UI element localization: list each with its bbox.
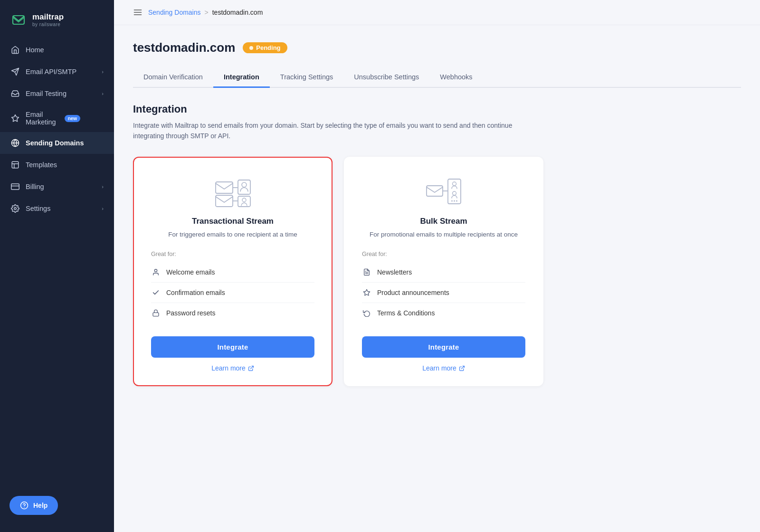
svg-rect-24 [238,196,250,207]
svg-line-40 [461,366,464,369]
feature-newsletters: Newsletters [362,262,525,282]
globe-icon [10,138,20,148]
sidebar-item-label: Settings [26,205,50,212]
page-title: testdomadin.com [133,40,235,55]
svg-rect-29 [427,186,443,196]
sidebar-item-email-testing[interactable]: Email Testing › [0,83,114,104]
bulk-features: Newsletters Product announcements Terms … [362,262,525,323]
tab-integration[interactable]: Integration [213,68,270,88]
svg-rect-19 [216,195,233,207]
feature-label: Terms & Conditions [377,309,435,317]
svg-point-26 [154,269,157,272]
transactional-desc: For triggered emails to one recipient at… [168,230,297,239]
sidebar: mailtrap by railsware Home Email API/SMT… [0,0,114,532]
sidebar-logo: mailtrap by railsware [0,0,114,39]
external-link-icon [459,365,465,371]
sidebar-item-billing[interactable]: Billing › [0,176,114,198]
svg-rect-27 [153,313,159,316]
bulk-title: Bulk Stream [420,217,467,226]
main-content: Sending Domains > testdomadin.com testdo… [114,0,760,532]
mailtrap-logo-icon [10,10,28,28]
breadcrumb-separator: > [205,9,209,16]
breadcrumb-current: testdomadin.com [212,9,263,16]
help-icon [20,501,28,510]
feature-confirmation-emails: Confirmation emails [151,282,314,303]
bulk-icon-wrap [425,175,463,208]
svg-point-12 [14,208,17,210]
status-badge: Pending [243,42,287,53]
sidebar-item-label: EmailMarketing [26,111,56,126]
breadcrumb: Sending Domains > testdomadin.com [148,9,263,16]
transactional-integrate-button[interactable]: Integrate [151,336,314,358]
feature-label: Newsletters [377,268,412,276]
sidebar-item-home[interactable]: Home [0,39,114,61]
feature-terms-conditions: Terms & Conditions [362,303,525,323]
sidebar-navigation: Home Email API/SMTP › Email Testing › Em… [0,39,114,488]
section-description: Integrate with Mailtrap to send emails f… [133,120,513,142]
send-icon [10,67,20,76]
chevron-right-icon: › [102,69,104,75]
tab-unsubscribe-settings[interactable]: Unsubscribe Settings [343,68,429,88]
tab-tracking-settings[interactable]: Tracking Settings [270,68,343,88]
svg-point-36 [456,200,457,201]
integration-cards: Transactional Stream For triggered email… [133,157,741,386]
inbox-icon [10,89,20,98]
announcement-icon [362,288,371,297]
feature-password-resets: Password resets [151,303,314,323]
user-icon [151,267,161,277]
svg-rect-10 [11,184,19,190]
sidebar-item-email-api-smtp[interactable]: Email API/SMTP › [0,61,114,83]
sidebar-item-label: Templates [26,161,57,169]
bulk-learn-more-link[interactable]: Learn more [422,364,465,372]
sidebar-item-label: Email API/SMTP [26,68,76,76]
breadcrumb-link[interactable]: Sending Domains [148,9,201,16]
bulk-card: Bulk Stream For promotional emails to mu… [344,157,543,386]
external-link-icon [248,365,254,371]
chevron-right-icon: › [102,206,104,211]
feature-label: Confirmation emails [166,289,225,296]
svg-rect-7 [12,162,19,168]
check-icon [151,288,161,297]
page-header: testdomadin.com Pending [133,40,741,55]
brand-name: mailtrap by railsware [32,12,64,27]
newsletter-icon [362,267,371,277]
chevron-right-icon: › [102,91,104,96]
help-button[interactable]: Help [10,496,58,515]
home-icon [10,45,20,55]
transactional-illustration [214,175,252,208]
billing-icon [10,182,20,191]
sidebar-item-label: Billing [26,183,44,190]
feature-label: Welcome emails [166,268,215,276]
tab-webhooks[interactable]: Webhooks [429,68,483,88]
sidebar-item-sending-domains[interactable]: Sending Domains [0,132,114,154]
template-icon [10,160,20,170]
feature-welcome-emails: Welcome emails [151,262,314,282]
sidebar-item-settings[interactable]: Settings › [0,198,114,219]
transactional-learn-more-link[interactable]: Learn more [211,364,254,372]
section-title: Integration [133,103,741,115]
great-for-label-transactional: Great for: [151,251,176,257]
bulk-integrate-button[interactable]: Integrate [362,336,525,358]
feature-product-announcements: Product announcements [362,282,525,303]
status-label: Pending [256,44,280,51]
tab-domain-verification[interactable]: Domain Verification [133,68,213,88]
content-area: testdomadin.com Pending Domain Verificat… [114,25,760,532]
lock-icon [151,308,161,318]
sidebar-item-email-marketing[interactable]: EmailMarketing new [0,104,114,132]
transactional-features: Welcome emails Confirmation emails Passw… [151,262,314,323]
transactional-card: Transactional Stream For triggered email… [133,157,332,386]
sidebar-item-templates[interactable]: Templates [0,154,114,176]
settings-icon [10,204,20,213]
feature-label: Password resets [166,309,215,317]
menu-icon[interactable] [133,8,142,17]
chevron-right-icon: › [102,184,104,190]
sparkle-icon [10,114,20,123]
svg-rect-18 [216,182,233,193]
sidebar-item-label: Home [26,46,44,54]
svg-point-35 [451,200,453,201]
great-for-label-bulk: Great for: [362,251,387,257]
bulk-desc: For promotional emails to multiple recip… [370,230,518,239]
status-dot [249,46,253,50]
tabs-bar: Domain Verification Integration Tracking… [133,68,741,88]
bulk-illustration [425,175,463,208]
